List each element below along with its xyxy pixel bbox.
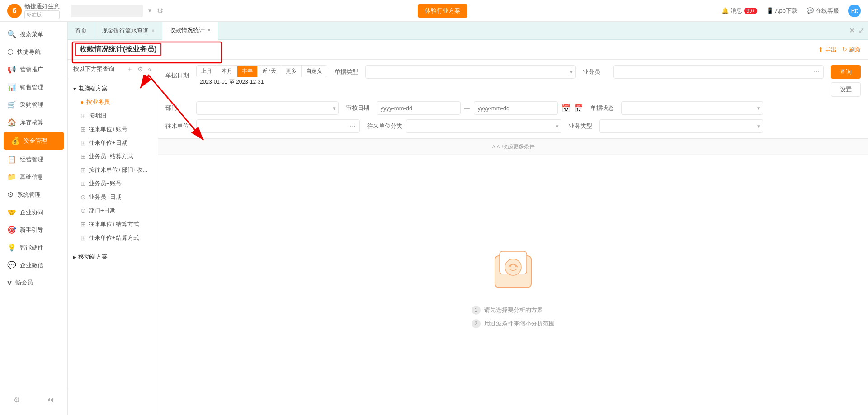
panel-header-label: 按以下方案查询 (73, 65, 114, 73)
scheme-settings-button[interactable]: ⚙ (137, 65, 144, 74)
date-tab-this-year[interactable]: 本年 (237, 66, 258, 77)
tab-close-all-icon[interactable]: ✕ (849, 26, 855, 35)
sidebar-label-inventory: 库存核算 (20, 118, 43, 127)
query-button[interactable]: 查询 (831, 65, 861, 79)
tab-receipt-stats-close[interactable]: × (208, 27, 211, 33)
doc-type-select[interactable] (365, 65, 576, 79)
page-title: 收款情况统计(按业务员) (75, 43, 161, 56)
tree-item-by-detail[interactable]: ⊞ 按明细 (68, 109, 158, 123)
svg-point-4 (515, 265, 517, 267)
quick-nav-icon: ⬡ (7, 47, 14, 56)
unit-account-icon: ⊞ (80, 126, 86, 133)
purchase-icon: 🛒 (7, 100, 16, 109)
tree-item-dept-date[interactable]: ⊙ 部门+日期 (68, 204, 158, 217)
salesperson-ellipsis: ··· (814, 68, 820, 76)
export-button[interactable]: ⬆ 导出 (818, 46, 837, 54)
sidebar-collapse-icon[interactable]: ⏮ (47, 396, 54, 404)
empty-state: 1 请先选择要分析的方案 2 用过滤条件来缩小分析范围 (158, 155, 868, 415)
header-left: 6 畅捷通好生意 标准版 ▾ ⚙ (7, 2, 163, 19)
sidebar-item-quick-nav[interactable]: ⬡ 快捷导航 (0, 43, 67, 61)
tree-item-unit-settlement2[interactable]: ⊞ 往来单位+结算方式 (68, 217, 158, 231)
svg-point-3 (509, 265, 511, 267)
step-1-text: 请先选择要分析的方案 (484, 306, 543, 314)
dept-select[interactable] (196, 101, 339, 115)
sidebar-item-operations[interactable]: 📋 经营管理 (0, 151, 67, 168)
partner-category-select[interactable] (406, 119, 561, 133)
by-salesperson-label: 按业务员 (86, 98, 110, 106)
sidebar-item-inventory[interactable]: 🏠 库存核算 (0, 113, 67, 131)
add-scheme-button[interactable]: ＋ (126, 64, 134, 74)
sidebar-item-member[interactable]: V 畅会员 (0, 274, 67, 291)
app-download-action[interactable]: 📱 App下载 (766, 7, 797, 15)
tree-item-unit-account[interactable]: ⊞ 往来单位+账号 (68, 123, 158, 136)
partner-category-label: 往来单位分类 (367, 122, 402, 130)
sidebar-item-marketing[interactable]: 📢 营销推广 (0, 61, 67, 78)
tab-home[interactable]: 首页 (68, 22, 94, 40)
settings-icon[interactable]: ⚙ (157, 6, 163, 15)
wechat-icon: 💬 (7, 261, 16, 269)
sidebar-item-search[interactable]: 🔍 搜索菜单 (0, 25, 67, 43)
tab-bank-flow[interactable]: 现金银行流水查询 × (94, 22, 162, 40)
dept-label: 部门 (165, 104, 193, 112)
by-detail-icon: ⊞ (80, 112, 86, 119)
salesperson-input[interactable]: ··· (613, 65, 824, 79)
trial-button[interactable]: 体验行业方案 (418, 4, 467, 18)
tree-item-unit-settlement3[interactable]: ⊞ 往来单位+结算方式 (68, 231, 158, 245)
sidebar-item-basic[interactable]: 📁 基础信息 (0, 168, 67, 186)
unit-settlement2-label: 往来单位+结算方式 (89, 220, 139, 228)
sidebar-label-corp: 企业协同 (20, 208, 43, 217)
cal-icon-end[interactable]: 📅 (574, 104, 583, 113)
sidebar-label-operations: 经营管理 (20, 156, 43, 164)
system-icon: ⚙ (7, 190, 14, 199)
finance-icon: 💰 (11, 137, 20, 145)
user-avatar[interactable]: Rit (848, 5, 861, 17)
tree-item-unit-dept-receive[interactable]: ⊞ 按往来单位+部门+收... (68, 163, 158, 177)
cal-icon-start[interactable]: 📅 (561, 104, 571, 113)
doc-status-select[interactable] (621, 101, 764, 115)
search-bar[interactable] (71, 5, 143, 17)
tree-item-salesperson-date[interactable]: ⊙ 业务员+日期 (68, 190, 158, 204)
review-date-start[interactable] (377, 101, 461, 115)
tree-parent-desktop[interactable]: ▾ 电脑端方案 (68, 82, 158, 95)
dropdown-icon[interactable]: ▾ (148, 7, 151, 14)
date-tab-7days[interactable]: 近7天 (258, 66, 281, 77)
tab-bar: 首页 现金银行流水查询 × 收款情况统计 × ✕ ⤢ (68, 22, 868, 40)
tree-parent-mobile[interactable]: ▸ 移动端方案 (68, 250, 158, 264)
date-tabs: 上月 本月 本年 近7天 更多 自定义 (196, 65, 327, 77)
sidebar-item-wechat[interactable]: 💬 企业微信 (0, 256, 67, 274)
sidebar-item-purchase[interactable]: 🛒 采购管理 (0, 96, 67, 113)
sidebar-settings-icon[interactable]: ⚙ (14, 396, 20, 404)
tree-item-salesperson-settlement[interactable]: ⊞ 业务员+结算方式 (68, 150, 158, 163)
sidebar-item-guide[interactable]: 🎯 新手引导 (0, 221, 67, 239)
sidebar-item-finance[interactable]: 💰 资金管理 (4, 132, 64, 150)
online-service-action[interactable]: 💬 在线客服 (807, 7, 839, 15)
collapse-bar[interactable]: ∧∧ 收起更多条件 (158, 139, 868, 154)
date-tab-this-month[interactable]: 本月 (217, 66, 237, 77)
tab-bank-flow-close[interactable]: × (151, 28, 155, 34)
doc-type-select-wrapper (365, 65, 576, 79)
biz-type-select[interactable] (599, 119, 763, 133)
sidebar-item-system[interactable]: ⚙ 系统管理 (0, 186, 67, 203)
partner-input[interactable]: ··· (196, 119, 360, 133)
message-label: 消息 (731, 7, 742, 15)
tab-receipt-stats[interactable]: 收款情况统计 × (162, 22, 218, 40)
settings-button[interactable]: 设置 (831, 82, 861, 97)
tab-expand-icon[interactable]: ⤢ (859, 26, 864, 35)
sidebar-item-sales[interactable]: 📊 销售管理 (0, 78, 67, 96)
refresh-button[interactable]: ↻ 刷新 (842, 46, 861, 54)
message-action[interactable]: 🔔 消息 99+ (722, 7, 757, 15)
tree-item-by-salesperson[interactable]: ● 按业务员 (68, 95, 158, 109)
logo-text: 畅捷通好生意 (24, 2, 60, 10)
salesperson-date-label: 业务员+日期 (89, 193, 122, 201)
tree-item-unit-date[interactable]: ⊞ 往来单位+日期 (68, 136, 158, 150)
date-tab-custom[interactable]: 自定义 (302, 66, 327, 77)
sidebar-item-hardware[interactable]: 💡 智能硬件 (0, 239, 67, 256)
tree-item-salesperson-account[interactable]: ⊞ 业务员+账号 (68, 177, 158, 190)
review-date-label: 审核日期 (346, 104, 373, 112)
sidebar-item-corp[interactable]: 🤝 企业协同 (0, 203, 67, 221)
date-tab-more[interactable]: 更多 (281, 66, 302, 77)
date-tab-last-month[interactable]: 上月 (197, 66, 217, 77)
collapse-panel-button[interactable]: « (147, 65, 152, 74)
top-header: 6 畅捷通好生意 标准版 ▾ ⚙ 体验行业方案 🔔 消息 99+ 📱 App下载… (0, 0, 868, 22)
review-date-end[interactable] (474, 101, 558, 115)
